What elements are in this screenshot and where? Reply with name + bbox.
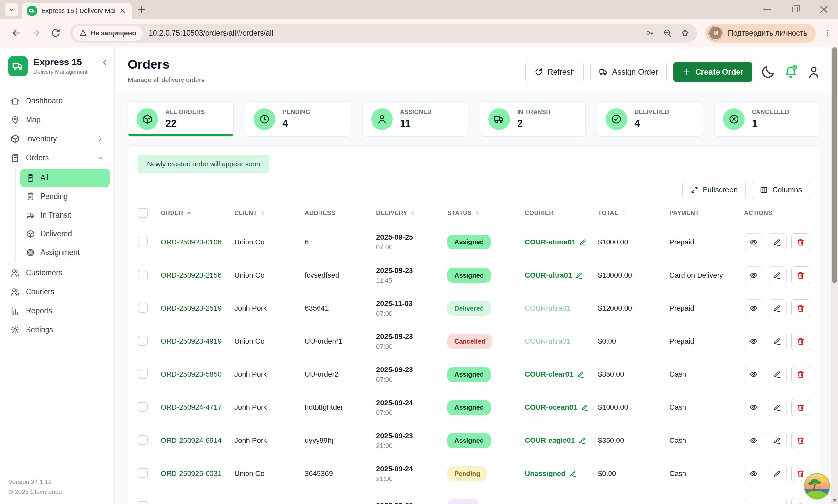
dark-mode-button[interactable]	[761, 65, 775, 79]
column-header-delivery[interactable]: DELIVERY	[376, 210, 447, 217]
sidebar-item-orders[interactable]: Orders	[4, 148, 110, 167]
sidebar-item-orders-pending[interactable]: Pending	[20, 187, 110, 206]
new-tab-button[interactable]	[137, 4, 147, 14]
sidebar-collapse-button[interactable]	[101, 58, 109, 67]
view-order-button[interactable]	[744, 432, 763, 449]
delete-order-button[interactable]	[791, 266, 810, 284]
column-header-order[interactable]: ORDER	[161, 210, 234, 217]
courier-link[interactable]: COUR-ultra01	[525, 337, 570, 346]
row-checkbox[interactable]	[138, 468, 148, 478]
sidebar-item-reports[interactable]: Reports	[4, 301, 110, 320]
scrollbar-down-arrow[interactable]	[833, 499, 837, 502]
order-id-link[interactable]: ORD-250924-6914	[161, 436, 221, 445]
order-id-link[interactable]: ORD-250923-5850	[161, 370, 221, 378]
edit-order-button[interactable]	[768, 365, 787, 383]
edit-order-button[interactable]	[768, 300, 787, 317]
courier-link[interactable]: COUR-ultra01	[525, 271, 572, 280]
window-close-button[interactable]	[820, 5, 828, 14]
edit-order-button[interactable]	[768, 399, 787, 416]
order-id-link[interactable]: ORD-250925-0031	[161, 469, 221, 478]
sidebar-item-orders-assignment[interactable]: Assignment	[20, 243, 110, 262]
sidebar-item-orders-in-transit[interactable]: In Transit	[20, 206, 110, 224]
tab-search-button[interactable]	[4, 3, 18, 16]
view-order-button[interactable]	[744, 498, 763, 504]
sidebar-item-couriers[interactable]: Couriers	[4, 282, 110, 301]
edit-courier-icon[interactable]	[576, 371, 584, 378]
courier-link[interactable]: COUR-ocean01	[525, 403, 577, 412]
edit-courier-icon[interactable]	[581, 403, 588, 411]
window-minimize-button[interactable]	[763, 9, 770, 10]
courier-link[interactable]: COUR-stone01	[525, 238, 575, 247]
sidebar-item-customers[interactable]: Customers	[4, 263, 110, 282]
view-order-button[interactable]	[744, 365, 763, 383]
view-order-button[interactable]	[744, 266, 763, 284]
confirm-identity-button[interactable]: M Подтвердить личность	[706, 23, 816, 42]
row-checkbox[interactable]	[138, 270, 148, 280]
delete-order-button[interactable]	[791, 300, 810, 317]
browser-tab[interactable]: Express 15 | Delivery Management	[22, 3, 131, 19]
back-button[interactable]	[11, 28, 22, 38]
reload-button[interactable]	[50, 28, 61, 38]
view-order-button[interactable]	[744, 300, 763, 317]
row-checkbox[interactable]	[138, 435, 148, 445]
row-checkbox[interactable]	[138, 501, 148, 504]
courier-link[interactable]: COUR-ultra01	[525, 304, 570, 312]
edit-order-button[interactable]	[768, 266, 787, 284]
stat-card-cancelled[interactable]: CANCELLED1	[714, 102, 820, 137]
column-header-total[interactable]: TOTAL	[598, 210, 670, 217]
password-key-icon[interactable]	[645, 29, 654, 38]
delete-order-button[interactable]	[791, 332, 810, 350]
view-order-button[interactable]	[744, 465, 763, 482]
view-order-button[interactable]	[744, 399, 763, 416]
row-checkbox[interactable]	[138, 237, 148, 247]
column-header-client[interactable]: CLIENT	[234, 210, 305, 217]
delete-order-button[interactable]	[791, 365, 810, 383]
edit-order-button[interactable]	[768, 332, 787, 350]
order-id-link[interactable]: ORD-250924-4717	[161, 403, 221, 411]
view-order-button[interactable]	[744, 233, 763, 251]
courier-link[interactable]: COUR-eagle01	[525, 436, 575, 445]
delete-order-button[interactable]	[791, 399, 810, 416]
courier-link[interactable]: COUR-clear01	[525, 370, 573, 379]
notifications-button[interactable]	[784, 65, 798, 79]
sidebar-item-orders-delivered[interactable]: Delivered	[20, 224, 110, 243]
sidebar-item-dashboard[interactable]: Dashboard	[4, 91, 110, 110]
order-id-link[interactable]: ORD-250923-4919	[161, 337, 221, 345]
fullscreen-button[interactable]: Fullscreen	[682, 181, 746, 199]
select-all-checkbox[interactable]	[138, 208, 148, 218]
courier-link[interactable]: Unassigned	[525, 469, 566, 478]
island-widget-icon[interactable]	[803, 472, 831, 500]
edit-courier-icon[interactable]	[579, 238, 587, 246]
row-checkbox[interactable]	[138, 369, 148, 379]
order-id-link[interactable]: ORD-250923-2519	[161, 304, 221, 312]
refresh-button[interactable]: Refresh	[525, 62, 584, 82]
edit-order-button[interactable]	[768, 465, 787, 482]
order-id-link[interactable]: ORD-250923-2156	[161, 271, 221, 279]
column-header-payment[interactable]: PAYMENT	[670, 210, 744, 217]
zoom-out-icon[interactable]	[663, 29, 672, 38]
column-header-address[interactable]: ADDRESS	[305, 210, 376, 217]
edit-order-button[interactable]	[768, 498, 787, 504]
sidebar-item-map[interactable]: Map	[4, 110, 110, 129]
stat-card-pending[interactable]: PENDING4	[245, 102, 351, 137]
bookmark-star-icon[interactable]	[680, 29, 690, 38]
row-checkbox[interactable]	[138, 303, 148, 312]
page-scrollbar[interactable]	[831, 48, 838, 504]
profile-button[interactable]	[806, 65, 821, 79]
security-chip[interactable]: Не защищено	[73, 25, 143, 40]
column-header-status[interactable]: STATUS	[447, 210, 525, 217]
edit-courier-icon[interactable]	[578, 436, 586, 445]
edit-order-button[interactable]	[768, 432, 787, 449]
order-id-link[interactable]: ORD-250923-0106	[161, 238, 221, 246]
address-bar[interactable]: Не защищено 10.2.0.75:10503/orders/all#/…	[70, 23, 697, 42]
window-restore-button[interactable]	[792, 6, 798, 13]
tab-close-icon[interactable]	[119, 7, 126, 14]
edit-order-button[interactable]	[768, 233, 787, 251]
columns-button[interactable]: Columns	[752, 181, 810, 199]
sidebar-item-inventory[interactable]: Inventory	[4, 129, 110, 148]
row-checkbox[interactable]	[138, 402, 148, 412]
edit-courier-icon[interactable]	[569, 470, 577, 478]
stat-card-all-orders[interactable]: ALL ORDERS22	[128, 102, 234, 137]
delete-order-button[interactable]	[791, 233, 810, 251]
sidebar-item-orders-all[interactable]: All	[20, 168, 110, 187]
